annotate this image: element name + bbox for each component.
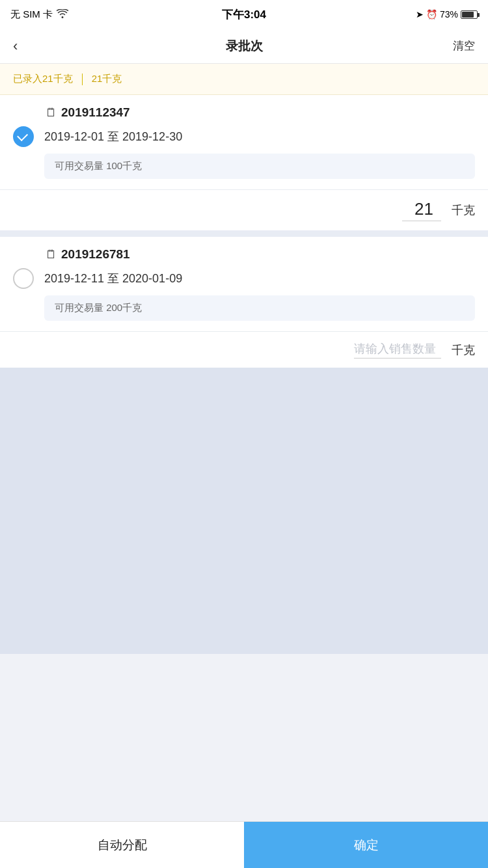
batch-doc-icon-1: 🗒 <box>46 106 57 120</box>
status-right: ➤ ⏰ 73% <box>416 9 478 20</box>
batch-date-2: 2019-12-11 至 2020-01-09 <box>44 271 182 286</box>
batch-row-1: 2019-12-01 至 2019-12-30 <box>13 126 475 147</box>
alarm-icon: ⏰ <box>426 9 437 20</box>
qty-row-1: 21 千克 <box>0 189 488 230</box>
status-bar: 无 SIM 卡 下午3:04 ➤ ⏰ 73% <box>0 0 488 29</box>
auto-distribute-button[interactable]: 自动分配 <box>0 822 244 868</box>
batch-header-1: 🗒 2019112347 <box>13 105 475 120</box>
batch-doc-icon-2: 🗒 <box>46 248 57 262</box>
qty-row-2: 请输入销售数量 千克 <box>0 331 488 368</box>
status-left: 无 SIM 卡 <box>10 8 68 21</box>
batch-radio-2[interactable] <box>13 268 34 289</box>
battery-percent: 73% <box>440 9 458 20</box>
batch-row-2: 2019-12-11 至 2020-01-09 <box>13 268 475 289</box>
banner-divider <box>82 74 83 85</box>
qty-input-2[interactable]: 请输入销售数量 <box>354 341 441 359</box>
batch-availability-2: 可用交易量 200千克 <box>44 295 475 321</box>
wifi-icon <box>57 9 68 20</box>
total-amount: 21千克 <box>92 73 122 85</box>
location-icon: ➤ <box>416 9 424 20</box>
batch-date-1: 2019-12-01 至 2019-12-30 <box>44 129 182 144</box>
qty-input-1[interactable]: 21 <box>402 199 441 221</box>
batch-card-2: 🗒 2019126781 2019-12-11 至 2020-01-09 可用交… <box>0 237 488 331</box>
page-title: 录批次 <box>226 38 263 55</box>
batch-radio-1[interactable] <box>13 126 34 147</box>
bottom-buttons: 自动分配 确定 <box>0 821 488 868</box>
back-button[interactable]: ‹ <box>8 33 23 60</box>
clear-button[interactable]: 清空 <box>453 38 475 53</box>
batch-header-2: 🗒 2019126781 <box>13 247 475 262</box>
recorded-amount: 已录入21千克 <box>13 73 73 85</box>
qty-unit-1: 千克 <box>452 202 475 218</box>
qty-unit-2: 千克 <box>452 342 475 358</box>
carrier-label: 无 SIM 卡 <box>10 8 53 21</box>
qty-value-1: 21 <box>414 199 433 219</box>
section-divider <box>0 230 488 237</box>
empty-area <box>0 368 488 654</box>
batch-id-1: 2019112347 <box>61 105 130 120</box>
batch-card-1: 🗒 2019112347 2019-12-01 至 2019-12-30 可用交… <box>0 95 488 189</box>
info-banner: 已录入21千克 21千克 <box>0 64 488 95</box>
battery-icon <box>461 10 478 19</box>
qty-placeholder-2: 请输入销售数量 <box>354 342 436 355</box>
nav-bar: ‹ 录批次 清空 <box>0 29 488 64</box>
main-content: 已录入21千克 21千克 🗒 2019112347 2019-12-01 至 2… <box>0 64 488 701</box>
confirm-button[interactable]: 确定 <box>244 822 488 868</box>
batch-id-2: 2019126781 <box>61 247 130 262</box>
batch-availability-1: 可用交易量 100千克 <box>44 154 475 179</box>
status-time: 下午3:04 <box>222 7 266 22</box>
